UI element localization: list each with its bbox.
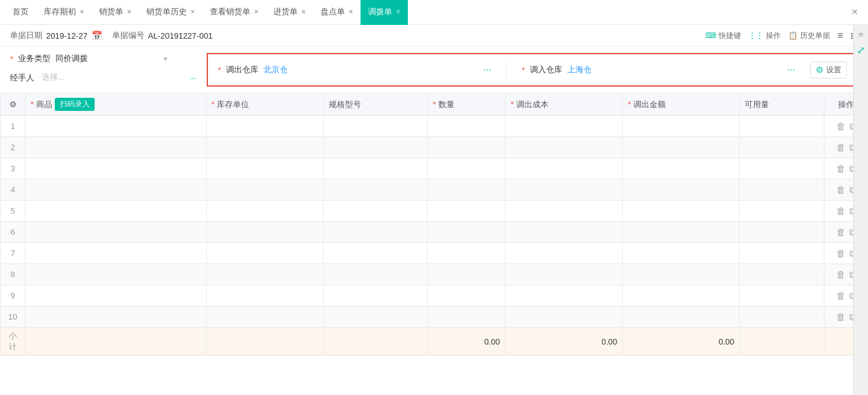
cell-spec[interactable]: [323, 179, 427, 201]
cell-available[interactable]: [740, 222, 824, 243]
cell-unit[interactable]: [206, 137, 323, 158]
cell-cost[interactable]: [506, 179, 623, 201]
cell-qty[interactable]: [427, 179, 505, 201]
cell-qty[interactable]: [427, 285, 505, 307]
cell-amount[interactable]: [623, 201, 740, 222]
history-button[interactable]: 📋 历史单据: [788, 31, 830, 41]
panel-list-icon[interactable]: ≡: [859, 30, 864, 39]
delete-icon[interactable]: 🗑: [836, 206, 846, 216]
cell-amount[interactable]: [623, 285, 740, 307]
tab-home[interactable]: 首页: [5, 0, 36, 25]
cell-available[interactable]: [740, 116, 824, 137]
delete-icon[interactable]: 🗑: [836, 163, 846, 174]
cell-qty[interactable]: [427, 307, 505, 328]
cell-cost[interactable]: [506, 307, 623, 328]
cell-qty[interactable]: [427, 158, 505, 179]
delete-icon[interactable]: 🗑: [836, 121, 846, 131]
cell-available[interactable]: [740, 201, 824, 222]
panel-expand-icon[interactable]: ⤢: [857, 44, 865, 56]
handler-input[interactable]: 选择...: [39, 70, 184, 85]
list-view-button[interactable]: ≡: [837, 30, 843, 41]
cell-qty[interactable]: [427, 137, 505, 158]
cell-cost[interactable]: [506, 264, 623, 285]
calendar-icon[interactable]: 📅: [92, 31, 102, 40]
cell-amount[interactable]: [623, 116, 740, 137]
delete-icon[interactable]: 🗑: [836, 269, 846, 280]
cell-spec[interactable]: [323, 201, 427, 222]
cell-qty[interactable]: [427, 222, 505, 243]
cell-amount[interactable]: [623, 179, 740, 201]
cell-amount[interactable]: [623, 243, 740, 264]
cell-available[interactable]: [740, 243, 824, 264]
cell-product[interactable]: [26, 179, 207, 201]
cell-product[interactable]: [26, 116, 207, 137]
cell-qty[interactable]: [427, 264, 505, 285]
col-gear[interactable]: ⚙: [1, 93, 26, 116]
cell-qty[interactable]: [427, 116, 505, 137]
tab-close-transfer[interactable]: ×: [396, 7, 400, 16]
cell-unit[interactable]: [206, 264, 323, 285]
transfer-out-more-icon[interactable]: ···: [483, 64, 491, 75]
delete-icon[interactable]: 🗑: [836, 248, 846, 259]
handler-more-icon[interactable]: ···: [189, 73, 197, 83]
cell-cost[interactable]: [506, 222, 623, 243]
cell-product[interactable]: [26, 222, 207, 243]
cell-product[interactable]: [26, 307, 207, 328]
tab-stocktake[interactable]: 盘点单 ×: [313, 0, 361, 25]
cell-cost[interactable]: [506, 158, 623, 179]
cell-available[interactable]: [740, 264, 824, 285]
tab-purchase[interactable]: 进货单 ×: [266, 0, 313, 25]
cell-unit[interactable]: [206, 158, 323, 179]
tab-inventory-init[interactable]: 库存期初 ×: [36, 0, 92, 25]
cell-unit[interactable]: [206, 243, 323, 264]
cell-amount[interactable]: [623, 137, 740, 158]
cell-amount[interactable]: [623, 222, 740, 243]
cell-unit[interactable]: [206, 285, 323, 307]
delete-icon[interactable]: 🗑: [836, 312, 846, 322]
cell-product[interactable]: [26, 158, 207, 179]
cell-unit[interactable]: [206, 201, 323, 222]
cell-cost[interactable]: [506, 243, 623, 264]
tab-close-view-sales[interactable]: ×: [254, 7, 258, 16]
window-close-button[interactable]: ×: [846, 6, 863, 19]
cell-cost[interactable]: [506, 137, 623, 158]
cell-amount[interactable]: [623, 158, 740, 179]
tab-transfer[interactable]: 调拨单 ×: [361, 0, 408, 25]
cell-unit[interactable]: [206, 179, 323, 201]
tab-close-purchase[interactable]: ×: [301, 7, 306, 16]
cell-spec[interactable]: [323, 285, 427, 307]
operations-button[interactable]: ⋮⋮ 操作: [748, 31, 781, 41]
cell-unit[interactable]: [206, 222, 323, 243]
tab-close-stocktake[interactable]: ×: [349, 7, 353, 16]
settings-button[interactable]: ⚙ 设置: [810, 62, 847, 79]
tab-close-sales-history[interactable]: ×: [191, 7, 195, 16]
tab-view-sales[interactable]: 查看销货单 ×: [202, 0, 266, 25]
cell-cost[interactable]: [506, 116, 623, 137]
cell-spec[interactable]: [323, 116, 427, 137]
tab-sales-order[interactable]: 销货单 ×: [92, 0, 139, 25]
cell-available[interactable]: [740, 137, 824, 158]
cell-product[interactable]: [26, 137, 207, 158]
cell-spec[interactable]: [323, 158, 427, 179]
cell-product[interactable]: [26, 243, 207, 264]
tab-close-sales-order[interactable]: ×: [127, 7, 131, 16]
cell-amount[interactable]: [623, 307, 740, 328]
cell-spec[interactable]: [323, 222, 427, 243]
cell-product[interactable]: [26, 201, 207, 222]
business-type-select[interactable]: 同价调拨 ▾: [55, 53, 167, 64]
transfer-in-more-icon[interactable]: ···: [787, 64, 795, 75]
cell-available[interactable]: [740, 285, 824, 307]
delete-icon[interactable]: 🗑: [836, 290, 846, 301]
cell-qty[interactable]: [427, 243, 505, 264]
cell-spec[interactable]: [323, 243, 427, 264]
cell-spec[interactable]: [323, 264, 427, 285]
delete-icon[interactable]: 🗑: [836, 184, 846, 195]
cell-cost[interactable]: [506, 201, 623, 222]
cell-unit[interactable]: [206, 116, 323, 137]
cell-product[interactable]: [26, 285, 207, 307]
cell-unit[interactable]: [206, 307, 323, 328]
cell-available[interactable]: [740, 307, 824, 328]
shortcuts-button[interactable]: ⌨ 快捷键: [705, 31, 741, 41]
delete-icon[interactable]: 🗑: [836, 142, 846, 153]
cell-product[interactable]: [26, 264, 207, 285]
